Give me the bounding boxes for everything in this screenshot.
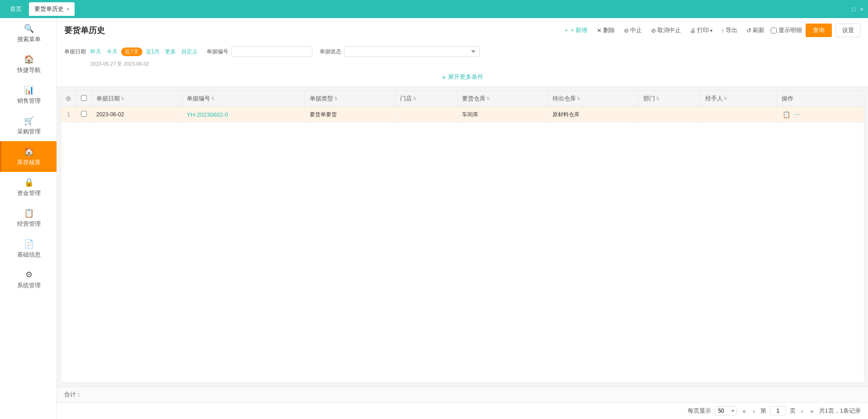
cancel-stop-icon: ⊘ [651, 27, 656, 34]
shortcut-custom[interactable]: 自定义 [179, 48, 199, 56]
th-doc-date[interactable]: 单据日期 ⇅ [92, 91, 182, 107]
th-store[interactable]: 门店 ⇅ [396, 91, 458, 107]
sort-req-warehouse-icon: ⇅ [486, 96, 490, 101]
page-suffix: 页 [790, 407, 796, 415]
per-page-select[interactable]: 50 10 20 100 [715, 406, 737, 415]
cell-department [638, 107, 700, 123]
sidebar-item-search-menu[interactable]: 🔍 搜索菜单 [0, 18, 57, 49]
window-restore-btn[interactable]: □ [852, 6, 856, 13]
new-button[interactable]: ＋ + 新增 [561, 24, 590, 36]
th-doc-type[interactable]: 单据类型 ⇅ [305, 91, 395, 107]
show-detail-checkbox[interactable] [771, 28, 777, 33]
th-pending-warehouse[interactable]: 待出仓库 ⇅ [548, 91, 638, 107]
refresh-button[interactable]: ↺ 刷新 [744, 24, 767, 36]
expand-more-label: 展开更多条件 [448, 73, 483, 81]
th-handler[interactable]: 经手人 ⇅ [700, 91, 777, 107]
show-detail-control[interactable]: 显示明细 [771, 26, 802, 34]
sidebar-item-inventory[interactable]: 🏠 库存核算 [0, 141, 57, 172]
filter-row-date-range: 2023-05-27 至 2023-06-02 [64, 61, 861, 67]
top-bar: 首页 要货单历史 × □ × [0, 0, 868, 18]
doc-status-select[interactable] [344, 46, 480, 57]
query-button[interactable]: 查询 [806, 24, 832, 37]
th-department[interactable]: 部门 ⇅ [638, 91, 700, 107]
prev-page-btn[interactable]: ‹ [751, 407, 757, 415]
page-title: 要货单历史 [64, 25, 105, 36]
th-doc-date-label: 单据日期 [96, 95, 120, 103]
shortcut-1month[interactable]: 近1月 [144, 48, 162, 56]
th-settings[interactable]: ⚙ [61, 91, 76, 107]
sort-doc-type-icon: ⇅ [334, 96, 338, 101]
table-header-row: ⚙ 单据日期 ⇅ 单据编号 [61, 91, 864, 107]
sidebar-item-base-info[interactable]: 📄 基础信息 [0, 233, 57, 264]
shortcut-7days[interactable]: 近7天 [121, 48, 142, 56]
shortcut-more[interactable]: 更多 [163, 48, 178, 56]
cancel-stop-button[interactable]: ⊘ 取消中止 [648, 24, 684, 36]
print-icon: 🖨 [690, 27, 696, 34]
last-page-btn[interactable]: » [808, 407, 815, 415]
sidebar-item-ops-mgmt[interactable]: 📋 经营管理 [0, 203, 57, 233]
export-icon: ↑ [722, 27, 725, 34]
doc-number-filter-label: 单据编号 [207, 48, 228, 56]
sort-doc-date-icon: ⇅ [121, 96, 124, 101]
main-layout: 🔍 搜索菜单 🏠 快捷导航 📊 销售管理 🛒 采购管理 🏠 库存核算 🔒 资金管… [0, 18, 868, 419]
filter-row-1: 单据日期 昨天 今天 近7天 近1月 更多 自定义 单据编号 [64, 46, 861, 57]
chevron-down-icon: ∨ [442, 74, 446, 81]
filter-area: 单据日期 昨天 今天 近7天 近1月 更多 自定义 单据编号 [64, 42, 861, 86]
settings-button[interactable]: 设置 [835, 24, 861, 37]
refresh-icon: ↺ [746, 27, 751, 34]
print-button[interactable]: 🖨 打印 ▾ [687, 24, 715, 36]
cell-checkbox[interactable] [76, 107, 92, 123]
edit-action-btn[interactable]: 📋 [782, 110, 791, 119]
page-number-input[interactable] [770, 406, 786, 415]
delete-icon: ✕ [597, 27, 602, 34]
row-checkbox[interactable] [81, 111, 87, 117]
sidebar-item-quick-nav[interactable]: 🏠 快捷导航 [0, 49, 57, 80]
doc-status-filter-label: 单据状态 [320, 48, 341, 56]
doc-status-filter-item: 单据状态 [320, 46, 480, 57]
print-dropdown-icon: ▾ [710, 28, 712, 33]
th-doc-number-label: 单据编号 [187, 95, 210, 103]
table-settings-icon[interactable]: ⚙ [66, 95, 71, 102]
sidebar: 🔍 搜索菜单 🏠 快捷导航 📊 销售管理 🛒 采购管理 🏠 库存核算 🔒 资金管… [0, 18, 57, 419]
table-body: 1 2023-06-02 YH-20230602-0 要货单要货 车间库 原材料… [61, 107, 864, 123]
shortcut-yesterday[interactable]: 昨天 [89, 48, 103, 56]
toolbar: ＋ + 新增 ✕ 删除 ⊘ 中止 ⊘ 取消中止 [561, 24, 861, 37]
tab-requisition-label: 要货单历史 [34, 5, 64, 13]
doc-number-link[interactable]: YH-20230602-0 [187, 111, 228, 118]
tab-home[interactable]: 首页 [5, 2, 27, 16]
tab-requisition-history[interactable]: 要货单历史 × [29, 2, 75, 16]
select-all-checkbox[interactable] [81, 95, 87, 101]
th-pending-warehouse-label: 待出仓库 [552, 95, 576, 103]
sidebar-item-purchase-mgmt[interactable]: 🛒 采购管理 [0, 110, 57, 141]
sort-handler-icon: ⇅ [724, 96, 727, 101]
export-button[interactable]: ↑ 导出 [719, 24, 741, 36]
th-handler-label: 经手人 [705, 95, 723, 103]
cell-handler [700, 107, 777, 123]
th-doc-type-label: 单据类型 [310, 95, 333, 103]
window-close-btn[interactable]: × [860, 6, 863, 13]
th-department-label: 部门 [643, 95, 655, 103]
sidebar-item-sys-mgmt[interactable]: ⚙ 系统管理 [0, 264, 57, 295]
data-table: ⚙ 单据日期 ⇅ 单据编号 [61, 91, 864, 123]
sys-mgmt-icon: ⚙ [25, 270, 33, 280]
sidebar-item-finance-mgmt[interactable]: 🔒 资金管理 [0, 172, 57, 203]
more-action-btn[interactable]: ⋯ [793, 110, 801, 119]
sidebar-item-sales-mgmt[interactable]: 📊 销售管理 [0, 80, 57, 110]
delete-button[interactable]: ✕ 删除 [594, 24, 618, 36]
stop-button[interactable]: ⊘ 中止 [621, 24, 645, 36]
shortcut-today[interactable]: 今天 [105, 48, 119, 56]
doc-number-input[interactable] [231, 46, 312, 57]
th-req-warehouse[interactable]: 要货仓库 ⇅ [458, 91, 548, 107]
tab-home-label: 首页 [10, 5, 22, 13]
next-page-btn[interactable]: › [799, 407, 805, 415]
tab-close-icon[interactable]: × [66, 6, 69, 12]
th-checkbox[interactable] [76, 91, 92, 107]
page-title-row: 要货单历史 ＋ + 新增 ✕ 删除 ⊘ 中止 ⊘ [64, 24, 861, 37]
doc-number-filter-item: 单据编号 [207, 46, 312, 57]
sidebar-item-sys-mgmt-label: 系统管理 [17, 281, 41, 290]
export-label: 导出 [726, 26, 737, 34]
first-page-btn[interactable]: « [741, 407, 747, 415]
cell-doc-number[interactable]: YH-20230602-0 [182, 107, 305, 123]
th-doc-number[interactable]: 单据编号 ⇅ [182, 91, 305, 107]
expand-more-button[interactable]: ∨ 展开更多条件 [64, 71, 861, 83]
